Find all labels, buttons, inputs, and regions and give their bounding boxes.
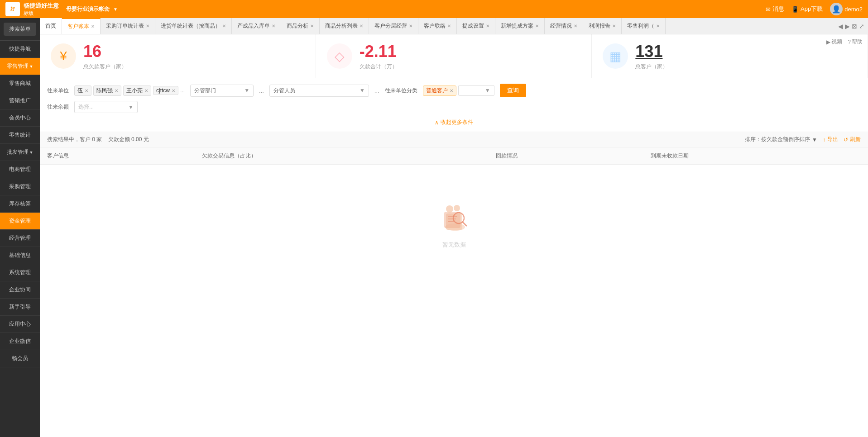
sidebar-item-capital[interactable]: 资金管理 bbox=[0, 213, 40, 230]
filter-more-tags[interactable]: ... bbox=[180, 87, 185, 94]
filter-tag-normal-close[interactable]: ✕ bbox=[450, 88, 453, 93]
account-dropdown-arrow[interactable]: ▼ bbox=[113, 7, 118, 12]
stat-clients-label: 总客户（家） bbox=[635, 63, 668, 71]
sidebar-item-retail-mgmt[interactable]: 零售管理 ▼ bbox=[0, 58, 40, 75]
tab-proposal-settings[interactable]: 提成设置 ✕ bbox=[457, 18, 495, 34]
tab-close-goods-analysis-list[interactable]: ✕ bbox=[360, 24, 363, 28]
filter-tag-chen-close[interactable]: ✕ bbox=[115, 88, 118, 93]
sidebar-item-ecommerce[interactable]: 电商管理 bbox=[0, 161, 40, 178]
stat-total-debt: ◇ -2.11 欠款合计（万） bbox=[316, 34, 592, 78]
sidebar-item-member[interactable]: 会员中心 bbox=[0, 109, 40, 127]
tab-goods-analysis-list[interactable]: 商品分析列表 ✕ bbox=[320, 18, 369, 34]
tab-close-customer-segment[interactable]: ✕ bbox=[409, 24, 412, 28]
tab-purchase-order-stats[interactable]: 采购订单统计表 ✕ bbox=[101, 18, 155, 34]
filter-tag-chen[interactable]: 陈民强 ✕ bbox=[93, 86, 121, 96]
collapse-filter-btn[interactable]: ∧ 收起更多条件 bbox=[435, 119, 473, 126]
video-help-btn[interactable]: ▶ 视频 bbox=[826, 38, 842, 46]
empty-icon bbox=[436, 201, 472, 237]
person-filter-label: 分管人员 bbox=[273, 87, 295, 95]
export-btn[interactable]: ↑ 导出 bbox=[823, 136, 838, 143]
sidebar-item-purchase[interactable]: 采购管理 bbox=[0, 178, 40, 195]
sidebar-item-retail-stats[interactable]: 零售统计 bbox=[0, 127, 40, 144]
tab-close-customer-contact[interactable]: ✕ bbox=[447, 24, 451, 28]
tab-profit-report[interactable]: 利润报告 ✕ bbox=[583, 18, 622, 34]
person-filter-select[interactable]: 分管人员 ▼ bbox=[269, 85, 369, 97]
tab-customer-book[interactable]: 客户账本 ✕ bbox=[62, 18, 101, 34]
sidebar-item-batch-mgmt[interactable]: 批发管理 ▼ bbox=[0, 144, 40, 161]
tab-close-profit-report[interactable]: ✕ bbox=[612, 24, 616, 28]
sidebar-item-newbie[interactable]: 新手引导 bbox=[0, 299, 40, 316]
retail-mgmt-arrow: ▼ bbox=[29, 64, 34, 69]
person-filter-arrow: ▼ bbox=[360, 87, 365, 94]
tab-close-add-proposal[interactable]: ✕ bbox=[535, 24, 539, 28]
stats-bar: ¥ 16 总欠款客户（家） ◇ bbox=[40, 34, 868, 78]
search-result-actions: 排序：按欠款金额倒序排序 ▼ ↑ 导出 ↺ 刷新 bbox=[745, 136, 861, 143]
dept-filter-select[interactable]: 分管部门 ▼ bbox=[190, 85, 254, 97]
category-dropdown[interactable]: ▼ bbox=[458, 85, 494, 96]
account-selector[interactable]: 母婴行业演示帐套 bbox=[66, 5, 110, 13]
sidebar-item-marketing[interactable]: 营销推广 bbox=[0, 92, 40, 109]
filter-tag-cjttcw[interactable]: cjttcw ✕ bbox=[153, 86, 178, 95]
tab-home[interactable]: 首页 bbox=[40, 18, 62, 34]
sort-select[interactable]: 排序：按欠款金额倒序排序 ▼ bbox=[745, 136, 817, 143]
filter-tag-wu-close[interactable]: ✕ bbox=[85, 88, 88, 93]
tab-nav-right[interactable]: ▶ bbox=[845, 23, 850, 30]
tab-close-proposal-settings[interactable]: ✕ bbox=[486, 24, 489, 28]
filter-tag-wang[interactable]: 王小亮 ✕ bbox=[123, 86, 151, 96]
tab-close-customer-book[interactable]: ✕ bbox=[91, 24, 95, 29]
table-body: 暂无数据 bbox=[40, 165, 868, 285]
tab-bar-actions: ◀ ▶ ⊠ ⤢ bbox=[834, 23, 868, 30]
person-filter-dots[interactable]: ... bbox=[374, 87, 379, 94]
refresh-btn[interactable]: ↺ 刷新 bbox=[844, 136, 861, 143]
stat1-icon: ¥ bbox=[51, 43, 76, 69]
sidebar-item-retail-mall[interactable]: 零售商城 bbox=[0, 75, 40, 92]
sidebar-item-app-center[interactable]: 应用中心 bbox=[0, 316, 40, 333]
empty-state: 暂无数据 bbox=[40, 165, 868, 285]
tab-add-proposal[interactable]: 新增提成方案 ✕ bbox=[495, 18, 545, 34]
tab-close-operation-status[interactable]: ✕ bbox=[574, 24, 577, 28]
filter-tag-wang-close[interactable]: ✕ bbox=[144, 88, 148, 93]
tab-close-retail-profit[interactable]: ✕ bbox=[656, 24, 660, 28]
tab-goods-in-stats[interactable]: 进货单统计表（按商品） ✕ bbox=[155, 18, 232, 34]
dept-filter-arrow: ▼ bbox=[244, 87, 249, 94]
tab-fullscreen[interactable]: ⤢ bbox=[859, 23, 864, 30]
app-download-btn[interactable]: 📱 App下载 bbox=[791, 5, 823, 13]
tab-close-goods-analysis[interactable]: ✕ bbox=[310, 24, 314, 28]
tab-bar: 首页 客户账本 ✕ 采购订单统计表 ✕ 进货单统计表（按商品） ✕ 产成品入库单… bbox=[40, 18, 868, 34]
sidebar-item-wechat[interactable]: 企业微信 bbox=[0, 333, 40, 350]
sidebar-item-operation[interactable]: 经营管理 bbox=[0, 230, 40, 247]
filter-tag-normal-customer[interactable]: 普通客户 ✕ bbox=[423, 86, 456, 96]
sidebar-item-quick-nav[interactable]: 快捷导航 bbox=[0, 41, 40, 58]
tab-close-produce-in[interactable]: ✕ bbox=[272, 24, 275, 28]
search-menu-btn[interactable]: 搜索菜单 bbox=[4, 23, 36, 36]
tab-goods-analysis[interactable]: 商品分析 ✕ bbox=[281, 18, 320, 34]
stat-customers-value: 16 bbox=[83, 42, 127, 61]
user-menu[interactable]: 👤 demo2 bbox=[830, 3, 863, 15]
filter-tag-cjttcw-close[interactable]: ✕ bbox=[172, 88, 175, 93]
sidebar-item-vip[interactable]: 畅会员 bbox=[0, 350, 40, 367]
tab-nav-left[interactable]: ◀ bbox=[838, 23, 843, 30]
tab-expand[interactable]: ⊠ bbox=[852, 23, 857, 30]
tab-customer-segment[interactable]: 客户分层经营 ✕ bbox=[369, 18, 418, 34]
stat-total-customers: ¥ 16 总欠款客户（家） bbox=[40, 34, 316, 78]
dept-filter-dots[interactable]: ... bbox=[259, 87, 264, 94]
help-btn[interactable]: ? 帮助 bbox=[848, 38, 863, 46]
tab-produce-in[interactable]: 产成品入库单 ✕ bbox=[232, 18, 281, 34]
filter-tag-wu[interactable]: 伍 ✕ bbox=[74, 86, 91, 96]
tab-customer-contact[interactable]: 客户联络 ✕ bbox=[418, 18, 457, 34]
tab-retail-profit[interactable]: 零售利润（ ✕ bbox=[622, 18, 666, 34]
tab-operation-status[interactable]: 经营情况 ✕ bbox=[545, 18, 583, 34]
tab-close-goods-in[interactable]: ✕ bbox=[222, 24, 226, 28]
sidebar-item-inventory[interactable]: 库存核算 bbox=[0, 195, 40, 213]
sidebar-item-enterprise[interactable]: 企业协同 bbox=[0, 281, 40, 299]
sidebar-item-system[interactable]: 系统管理 bbox=[0, 264, 40, 281]
message-btn[interactable]: ✉ 消息 bbox=[766, 5, 784, 13]
empty-text: 暂无数据 bbox=[442, 241, 466, 249]
balance-filter-select[interactable]: 选择... ▼ bbox=[74, 101, 138, 113]
help-icon: ? bbox=[848, 39, 851, 45]
tab-close-purchase-order[interactable]: ✕ bbox=[146, 24, 149, 28]
sidebar-item-basic-info[interactable]: 基础信息 bbox=[0, 247, 40, 264]
page-content: ¥ 16 总欠款客户（家） ◇ bbox=[40, 34, 868, 437]
query-button[interactable]: 查询 bbox=[500, 84, 526, 97]
unit-filter-tags: 伍 ✕ 陈民强 ✕ 王小亮 ✕ bbox=[74, 86, 185, 96]
